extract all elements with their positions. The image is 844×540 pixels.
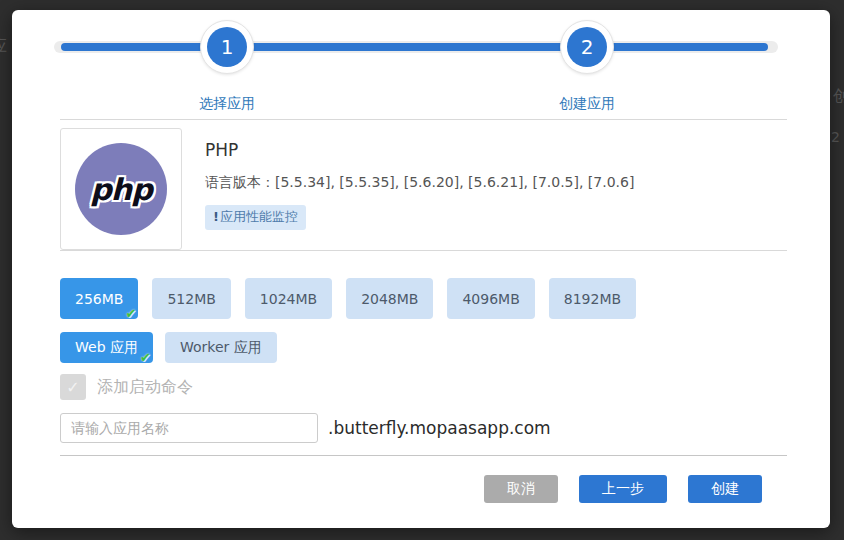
app-type-worker-button[interactable]: Worker 应用 (165, 332, 277, 363)
cancel-button[interactable]: 取消 (484, 475, 558, 503)
memory-option-label: 4096MB (462, 291, 519, 307)
background-text: 应 (0, 36, 7, 57)
check-icon: ✔ (126, 307, 137, 320)
step-1-number: 1 (207, 27, 247, 67)
footer-actions: 取消 上一步 创建 (12, 456, 830, 503)
php-logo-icon: php (75, 143, 167, 235)
app-type-label: Worker 应用 (180, 339, 262, 357)
step-1-label: 选择应用 (167, 95, 287, 113)
step-2-circle[interactable]: 2 (560, 20, 614, 74)
app-type-web-button[interactable]: Web 应用 ✔ (60, 332, 153, 363)
memory-option-256mb[interactable]: 256MB ✔ (60, 278, 138, 319)
php-logo-text: php (90, 172, 151, 207)
memory-option-512mb[interactable]: 512MB (152, 278, 230, 319)
background-text: 创 (833, 86, 844, 107)
app-type-label: Web 应用 (75, 339, 138, 357)
memory-option-label: 1024MB (260, 291, 317, 307)
app-name: PHP (205, 140, 634, 160)
apm-badge-label: 应用性能监控 (220, 209, 298, 224)
apm-badge[interactable]: !应用性能监控 (205, 205, 306, 230)
stepper-progress-bar (61, 43, 768, 51)
checkbox-check-icon: ✓ (66, 378, 79, 397)
app-logo-box: php (60, 128, 182, 250)
app-info: PHP 语言版本：[5.5.34], [5.5.35], [5.6.20], [… (205, 128, 634, 250)
check-icon: ✔ (140, 351, 151, 364)
app-name-row: .butterfly.mopaasapp.com (60, 413, 830, 443)
step-2-label: 创建应用 (527, 95, 647, 113)
create-app-modal: 1 2 选择应用 创建应用 php PHP 语言版本：[5.5.34], [5.… (12, 10, 830, 528)
memory-option-label: 256MB (75, 291, 123, 307)
memory-option-2048mb[interactable]: 2048MB (346, 278, 433, 319)
memory-option-label: 8192MB (564, 291, 621, 307)
stepper: 1 2 选择应用 创建应用 (12, 10, 830, 119)
exclamation-icon: ! (213, 209, 219, 224)
memory-option-label: 2048MB (361, 291, 418, 307)
app-versions: 语言版本：[5.5.34], [5.5.35], [5.6.20], [5.6.… (205, 174, 634, 192)
selected-app-card: php PHP 语言版本：[5.5.34], [5.5.35], [5.6.20… (60, 128, 787, 250)
create-button[interactable]: 创建 (688, 475, 762, 503)
memory-options: 256MB ✔ 512MB 1024MB 2048MB 4096MB 8192M… (60, 278, 830, 319)
startup-command-label: 添加启动命令 (97, 377, 193, 398)
startup-command-row: ✓ 添加启动命令 (60, 374, 830, 400)
app-type-options: Web 应用 ✔ Worker 应用 (60, 332, 830, 363)
memory-option-8192mb[interactable]: 8192MB (549, 278, 636, 319)
divider (60, 250, 787, 251)
memory-option-1024mb[interactable]: 1024MB (245, 278, 332, 319)
background-text: 2 (831, 129, 840, 145)
memory-option-4096mb[interactable]: 4096MB (447, 278, 534, 319)
startup-command-checkbox[interactable]: ✓ (60, 374, 86, 400)
memory-option-label: 512MB (167, 291, 215, 307)
step-1-circle[interactable]: 1 (200, 20, 254, 74)
step-2-number: 2 (567, 27, 607, 67)
domain-suffix: .butterfly.mopaasapp.com (328, 418, 551, 438)
app-name-input[interactable] (60, 413, 318, 443)
previous-step-button[interactable]: 上一步 (579, 475, 667, 503)
divider (60, 119, 787, 120)
